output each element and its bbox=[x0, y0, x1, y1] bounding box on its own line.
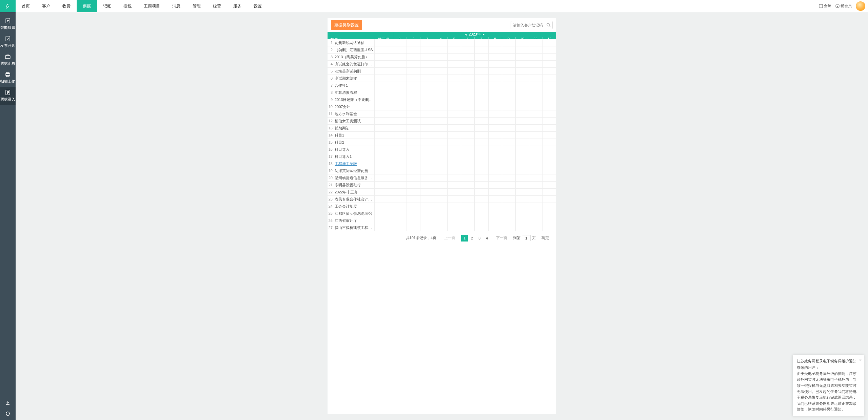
table-row[interactable]: 17科目导入1 bbox=[328, 153, 556, 160]
page-3[interactable]: 3 bbox=[476, 235, 483, 241]
next-page-button[interactable]: 下一页 bbox=[493, 234, 510, 242]
table-row[interactable]: 4测试账套的凭证打印的时候是否 bbox=[328, 61, 556, 68]
avatar[interactable] bbox=[856, 1, 865, 11]
customer-name[interactable]: 工程施工结转 bbox=[334, 161, 374, 166]
search-wrap bbox=[511, 21, 553, 29]
year-label: 2023年 bbox=[469, 32, 480, 37]
customer-name: 2013（陶美芳勿删） bbox=[334, 55, 374, 60]
svg-point-9 bbox=[6, 412, 9, 415]
member-button[interactable]: 畅会员 bbox=[835, 3, 852, 8]
sidebar-item-3[interactable]: 扫描上传 bbox=[0, 69, 16, 87]
table-row[interactable]: 26江西省审计厅 bbox=[328, 217, 556, 224]
sidebar-item-2[interactable]: 票据汇总 bbox=[0, 51, 16, 69]
topnav-0[interactable]: 首页 bbox=[16, 0, 36, 12]
topnav-4[interactable]: 记账 bbox=[97, 0, 117, 12]
jump-confirm-button[interactable]: 确定 bbox=[538, 234, 552, 242]
customer-name: 汇算清缴流程 bbox=[334, 90, 374, 95]
notif-body: 由于受电子税务局升级的影响，江苏政务网暂时无法登录电子税务局，导致一键报税与无盘… bbox=[797, 371, 860, 413]
table-row[interactable]: 19沈海英测试经营勿删 bbox=[328, 167, 556, 174]
customer-name: 地方水利基金 bbox=[334, 111, 374, 117]
category-settings-button[interactable]: 票据类别设置 bbox=[331, 20, 362, 30]
pagination: 共101条记录，4页 上一页 1234 下一页 到第 页 确定 bbox=[328, 232, 556, 244]
page-1[interactable]: 1 bbox=[461, 235, 468, 241]
page-info: 共101条记录，4页 bbox=[406, 235, 436, 240]
customer-name: 温州畅捷通信息服务有限公司 bbox=[334, 175, 374, 181]
table-row[interactable]: 32013（陶美芳勿删） bbox=[328, 54, 556, 61]
svg-rect-4 bbox=[5, 56, 10, 59]
table-row[interactable]: 14科目1 bbox=[328, 132, 556, 139]
support-icon[interactable] bbox=[5, 411, 11, 417]
topnav-11[interactable]: 设置 bbox=[248, 0, 268, 12]
customer-name: 2013日记账（不要删除哈，谢... bbox=[334, 97, 374, 102]
customer-name: 江西省审计厅 bbox=[334, 218, 374, 223]
topnav-2[interactable]: 收费 bbox=[56, 0, 77, 12]
printer-icon bbox=[5, 71, 11, 78]
table-row[interactable]: 12杨仙女工资测试 bbox=[328, 118, 556, 125]
year-next-icon[interactable]: ▸ bbox=[483, 33, 485, 36]
table-row[interactable]: 6测试期末结转 bbox=[328, 75, 556, 82]
sidebar-item-4[interactable]: 票据录入 bbox=[0, 87, 16, 105]
briefcase-icon bbox=[5, 54, 11, 60]
table-row[interactable]: 24工会会计制度 bbox=[328, 203, 556, 210]
customer-name: 江都区仙女镇泡泡面馆 bbox=[334, 211, 374, 216]
table-row[interactable]: 5沈海英测试勿删 bbox=[328, 68, 556, 75]
topnav-10[interactable]: 服务 bbox=[227, 0, 248, 12]
edit-doc-icon bbox=[5, 36, 11, 42]
year-prev-icon[interactable]: ◂ bbox=[465, 33, 467, 36]
download-icon[interactable] bbox=[5, 400, 11, 406]
table-row[interactable]: 23农民专业合作社会计制度 bbox=[328, 196, 556, 203]
customer-name: 杨仙女工资测试 bbox=[334, 119, 374, 124]
customer-name: 东明县设置鞋行 bbox=[334, 183, 374, 188]
year-selector: ◂ 2023年 ▸ bbox=[393, 32, 556, 37]
customer-name: 辅助期初 bbox=[334, 126, 374, 131]
close-icon[interactable]: × bbox=[859, 356, 862, 364]
page-2[interactable]: 2 bbox=[469, 235, 475, 241]
plus-doc-icon bbox=[5, 18, 11, 24]
customer-name: 测试期末结转 bbox=[334, 76, 374, 81]
table-row[interactable]: 1勿删新锐网络通信 bbox=[328, 39, 556, 46]
search-input[interactable] bbox=[511, 23, 545, 27]
table-row[interactable]: 20温州畅捷通信息服务有限公司 bbox=[328, 174, 556, 182]
table-row[interactable]: 15科目2 bbox=[328, 139, 556, 146]
notif-title: 江苏政务网登录电子税务局维护通知 bbox=[797, 358, 860, 364]
fullscreen-button[interactable]: 全屏 bbox=[819, 3, 831, 8]
customer-name: 科目2 bbox=[334, 140, 374, 145]
table-row[interactable]: 18工程施工结转 bbox=[328, 160, 556, 167]
table-row[interactable]: 27保山市板桥建筑工程有限责任... bbox=[328, 224, 556, 231]
table-row[interactable]: 11地方水利基金 bbox=[328, 110, 556, 118]
customer-name: 科目导入1 bbox=[334, 154, 374, 159]
notification-popup: × 江苏政务网登录电子税务局维护通知 尊敬的用户： 由于受电子税务局升级的影响，… bbox=[793, 355, 864, 416]
sidebar-item-0[interactable]: 智能取票 bbox=[0, 15, 16, 33]
topnav-6[interactable]: 工商项目 bbox=[138, 0, 166, 12]
app-logo[interactable] bbox=[0, 0, 16, 12]
topnav-9[interactable]: 经营 bbox=[207, 0, 227, 12]
topnav-8[interactable]: 管理 bbox=[186, 0, 207, 12]
table-row[interactable]: 8汇算清缴流程 bbox=[328, 89, 556, 96]
search-icon[interactable] bbox=[545, 23, 552, 27]
table-row[interactable]: 102007会计 bbox=[328, 103, 556, 110]
page-4[interactable]: 4 bbox=[484, 235, 490, 241]
topnav-3[interactable]: 票据 bbox=[77, 0, 97, 12]
topnav-5[interactable]: 报税 bbox=[117, 0, 138, 12]
table-row[interactable]: 92013日记账（不要删除哈，谢... bbox=[328, 96, 556, 103]
note-icon bbox=[5, 89, 11, 96]
customer-name: （勿删）江西服宝-LSS bbox=[334, 47, 374, 52]
topnav-1[interactable]: 客户 bbox=[36, 0, 56, 12]
table-row[interactable]: 7合作社1 bbox=[328, 82, 556, 89]
table-row[interactable]: 13辅助期初 bbox=[328, 125, 556, 132]
member-label: 畅会员 bbox=[841, 3, 852, 8]
table-row[interactable]: 16科目导入 bbox=[328, 146, 556, 153]
table-row[interactable]: 21东明县设置鞋行 bbox=[328, 182, 556, 189]
prev-page-button[interactable]: 上一页 bbox=[441, 234, 458, 242]
topnav-7[interactable]: 消息 bbox=[166, 0, 186, 12]
table-row[interactable]: 25江都区仙女镇泡泡面馆 bbox=[328, 210, 556, 217]
table-row[interactable]: 222022年十三膏 bbox=[328, 189, 556, 196]
jump-page-input[interactable] bbox=[522, 235, 531, 241]
customer-name: 保山市板桥建筑工程有限责任... bbox=[334, 225, 374, 230]
svg-rect-6 bbox=[6, 72, 9, 74]
table-header: 客户 ▾ 助记码 ◂ 2023年 ▸ 123456789101112 bbox=[328, 32, 556, 39]
table-row[interactable]: 2（勿删）江西服宝-LSS bbox=[328, 46, 556, 54]
jump-to-label: 到第 bbox=[513, 235, 520, 240]
svg-rect-0 bbox=[819, 4, 823, 8]
sidebar-item-1[interactable]: 发票开具 bbox=[0, 33, 16, 51]
